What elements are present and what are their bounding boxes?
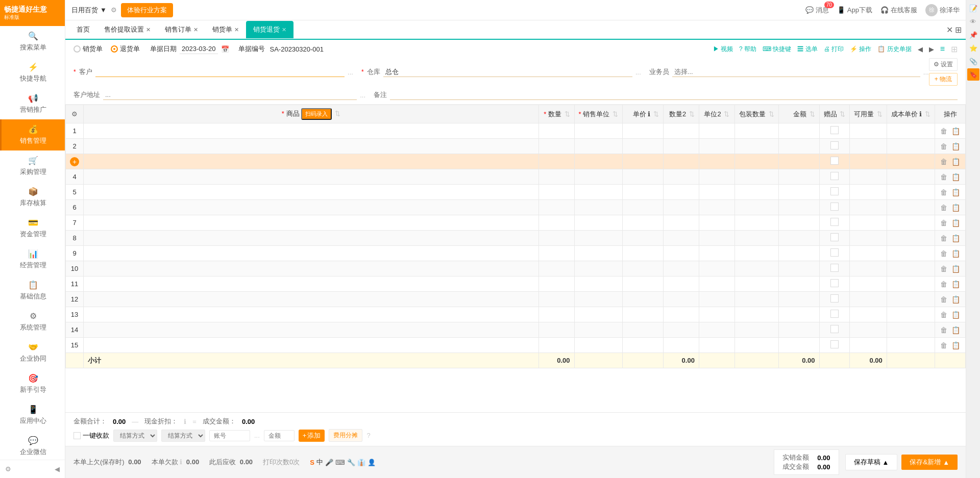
sidebar-item-system[interactable]: ⚙系统管理 xyxy=(0,306,65,337)
delete-row-2[interactable]: 🗑 xyxy=(940,142,947,150)
cell-cost-9[interactable] xyxy=(887,246,935,261)
customer-dots-btn[interactable]: ... xyxy=(348,68,353,76)
tab-price-settings-close[interactable]: ✕ xyxy=(146,27,151,33)
cell-price-12[interactable] xyxy=(622,292,663,307)
cell-amount-1[interactable] xyxy=(778,123,819,139)
cell-unit-15[interactable] xyxy=(574,338,622,353)
copy-row-5[interactable]: 📋 xyxy=(951,188,960,196)
delete-row-14[interactable]: 🗑 xyxy=(940,326,947,334)
cell-avail-4[interactable] xyxy=(850,169,887,185)
copy-row-1[interactable]: 📋 xyxy=(951,127,960,135)
product-input-10[interactable] xyxy=(88,265,534,272)
cell-gift-15[interactable] xyxy=(819,338,850,353)
tab-sales-order-close[interactable]: ✕ xyxy=(193,27,198,33)
right-panel-clip[interactable]: 📎 xyxy=(967,55,979,67)
cell-cost-7[interactable] xyxy=(887,215,935,231)
cell-gift-8[interactable] xyxy=(819,231,850,246)
cell-product-1[interactable] xyxy=(84,123,539,139)
cell-amount-8[interactable] xyxy=(778,231,819,246)
person-icon[interactable]: 👤 xyxy=(368,459,376,466)
copy-row-3[interactable]: 📋 xyxy=(951,158,960,166)
cell-qty-14[interactable] xyxy=(538,322,574,338)
tab-sales-close[interactable]: ✕ xyxy=(234,27,239,33)
shortcut-btn[interactable]: ⌨ 快捷键 xyxy=(763,45,791,54)
cell-avail-3[interactable] xyxy=(850,154,887,169)
cell-unit-6[interactable] xyxy=(574,200,622,215)
cell-product-15[interactable] xyxy=(84,338,539,353)
product-input-6[interactable] xyxy=(88,204,534,211)
account-input[interactable] xyxy=(209,430,250,441)
cell-amount-4[interactable] xyxy=(778,169,819,185)
copy-row-13[interactable]: 📋 xyxy=(951,311,960,319)
cell-qty2-14[interactable] xyxy=(663,322,699,338)
cell-avail-13[interactable] xyxy=(850,307,887,322)
cell-unit2-7[interactable] xyxy=(699,215,734,231)
cell-gift-12[interactable] xyxy=(819,292,850,307)
copy-row-10[interactable]: 📋 xyxy=(951,265,960,273)
sidebar-item-marketing[interactable]: 📢营销推广 xyxy=(0,88,65,119)
cell-unit2-5[interactable] xyxy=(699,185,734,200)
cell-qty2-1[interactable] xyxy=(663,123,699,139)
cell-pack-1[interactable] xyxy=(734,123,778,139)
cell-cost-15[interactable] xyxy=(887,338,935,353)
tab-sales-return[interactable]: 销货退货 ✕ xyxy=(246,21,293,38)
cell-qty2-7[interactable] xyxy=(663,215,699,231)
print-btn[interactable]: 🖨 打印 xyxy=(824,45,844,54)
cell-amount-2[interactable] xyxy=(778,139,819,154)
sidebar-item-guide[interactable]: 🎯新手引导 xyxy=(0,368,65,399)
salesperson-input[interactable] xyxy=(672,67,920,77)
cell-unit2-8[interactable] xyxy=(699,231,734,246)
cell-price-15[interactable] xyxy=(622,338,663,353)
copy-row-8[interactable]: 📋 xyxy=(951,234,960,242)
gift-checkbox-15[interactable] xyxy=(830,340,839,348)
gift-checkbox-8[interactable] xyxy=(830,233,839,241)
cell-avail-11[interactable] xyxy=(850,276,887,292)
one-click-payment-checkbox[interactable]: 一键收款 xyxy=(74,431,109,440)
radio-return[interactable]: 退货单 xyxy=(111,44,140,54)
cell-qty-5[interactable] xyxy=(538,185,574,200)
cell-qty-11[interactable] xyxy=(538,276,574,292)
cell-product-4[interactable] xyxy=(84,169,539,185)
cell-unit-5[interactable] xyxy=(574,185,622,200)
delete-row-9[interactable]: 🗑 xyxy=(940,249,947,258)
cell-cost-4[interactable] xyxy=(887,169,935,185)
cell-amount-15[interactable] xyxy=(778,338,819,353)
cell-gift-11[interactable] xyxy=(819,276,850,292)
cell-gift-2[interactable] xyxy=(819,139,850,154)
sidebar-item-shortcuts[interactable]: ⚡快捷导航 xyxy=(0,57,65,88)
industry-selector[interactable]: 日用百货 ▼ xyxy=(71,6,107,15)
delete-row-12[interactable]: 🗑 xyxy=(940,295,947,304)
sidebar-item-purchase[interactable]: 🛒采购管理 xyxy=(0,150,65,182)
cell-amount-6[interactable] xyxy=(778,200,819,215)
cell-cost-2[interactable] xyxy=(887,139,935,154)
cell-price-13[interactable] xyxy=(622,307,663,322)
cell-avail-1[interactable] xyxy=(850,123,887,139)
cell-avail-12[interactable] xyxy=(850,292,887,307)
cell-price-2[interactable] xyxy=(622,139,663,154)
delete-row-5[interactable]: 🗑 xyxy=(940,188,947,196)
right-panel-active[interactable]: 🔖 xyxy=(967,68,979,81)
cell-amount-9[interactable] xyxy=(778,246,819,261)
save-draft-btn[interactable]: 保存草稿 ▲ xyxy=(845,454,898,470)
cell-price-4[interactable] xyxy=(622,169,663,185)
date-value[interactable]: 2023-03-20 xyxy=(180,44,218,54)
cell-pack-10[interactable] xyxy=(734,261,778,276)
sidebar-item-appstore[interactable]: 📱应用中心 xyxy=(0,399,65,431)
cell-unit-1[interactable] xyxy=(574,123,622,139)
cell-qty2-6[interactable] xyxy=(663,200,699,215)
collapse-icon[interactable]: ◀ xyxy=(55,465,60,473)
tab-sales-order[interactable]: 销售订单 ✕ xyxy=(158,21,205,38)
cell-qty-7[interactable] xyxy=(538,215,574,231)
cell-product-3[interactable] xyxy=(84,154,539,169)
add-row-btn[interactable]: + xyxy=(70,157,79,166)
right-panel-star[interactable]: ⭐ xyxy=(967,42,979,54)
product-input-4[interactable] xyxy=(88,173,534,181)
product-input-11[interactable] xyxy=(88,280,534,288)
cell-avail-7[interactable] xyxy=(850,215,887,231)
sidebar-item-sales[interactable]: 💰销售管理 xyxy=(0,119,65,150)
cell-product-14[interactable] xyxy=(84,322,539,338)
operation-btn[interactable]: ⚡ 操作 xyxy=(850,45,871,54)
amount-input[interactable] xyxy=(264,430,295,441)
product-input-13[interactable] xyxy=(88,311,534,318)
cell-gift-3[interactable] xyxy=(819,154,850,169)
